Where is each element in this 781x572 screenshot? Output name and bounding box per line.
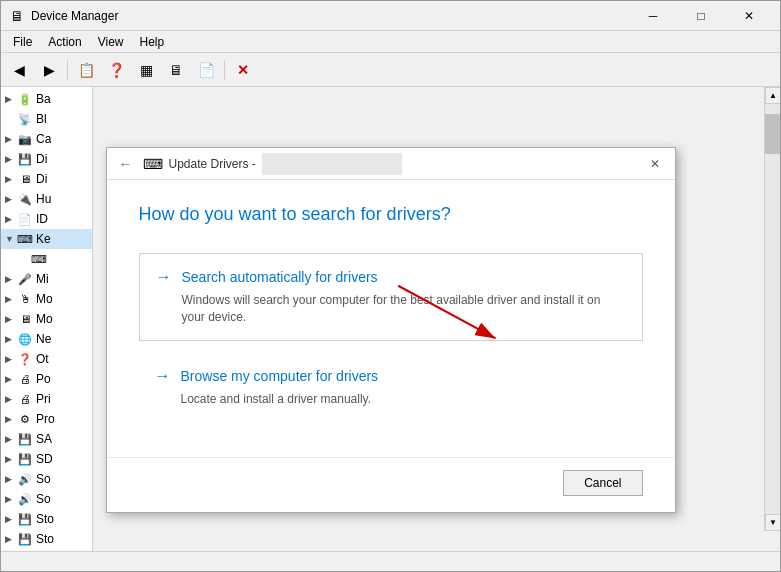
menu-bar: File Action View Help <box>1 31 780 53</box>
toolbar: ◀ ▶ 📋 ❓ ▦ 🖥 📄 ✕ <box>1 53 780 87</box>
option-title-row: → Search automatically for drivers <box>156 268 626 286</box>
menu-file[interactable]: File <box>5 33 40 51</box>
dialog-back-button[interactable]: ← <box>115 153 137 175</box>
dialog-title-bar: ← ⌨ Update Drivers - ✕ <box>107 148 675 180</box>
minimize-button[interactable]: ─ <box>630 1 676 31</box>
menu-action[interactable]: Action <box>40 33 89 51</box>
update-drivers-dialog: ← ⌨ Update Drivers - ✕ How do you want t… <box>106 147 676 513</box>
dialog-title-content: ← ⌨ Update Drivers - <box>115 153 402 175</box>
app-icon: 🖥 <box>9 8 25 24</box>
toolbar-properties[interactable]: 📋 <box>72 56 100 84</box>
dialog-title-icon: ⌨ <box>143 156 163 172</box>
option1-arrow: → <box>156 268 172 286</box>
title-bar: 🖥 Device Manager ─ □ ✕ <box>1 1 780 31</box>
toolbar-sep1 <box>67 60 68 80</box>
option2-desc: Locate and install a driver manually. <box>181 391 627 408</box>
search-automatically-option[interactable]: → Search automatically for drivers Windo… <box>139 253 643 341</box>
dialog-body: How do you want to search for drivers? →… <box>107 180 675 449</box>
dialog-footer: Cancel <box>107 457 675 512</box>
cancel-button[interactable]: Cancel <box>563 470 642 496</box>
content-area: ▶ 🔋 Ba 📡 Bl ▶ 📷 Ca ▶ 💾 Di ▶ 🖥 <box>1 87 780 551</box>
dialog-title-input[interactable] <box>262 153 402 175</box>
app-title: Device Manager <box>31 9 630 23</box>
status-bar <box>1 551 780 571</box>
option2-arrow: → <box>155 367 171 385</box>
browse-computer-option[interactable]: → Browse my computer for drivers Locate … <box>139 353 643 422</box>
option2-title: Browse my computer for drivers <box>181 368 379 384</box>
toolbar-help[interactable]: ❓ <box>102 56 130 84</box>
dialog-title-text: Update Drivers - <box>169 157 256 171</box>
close-button[interactable]: ✕ <box>726 1 772 31</box>
toolbar-forward[interactable]: ▶ <box>35 56 63 84</box>
main-window: 🖥 Device Manager ─ □ ✕ File Action View … <box>0 0 781 572</box>
window-controls: ─ □ ✕ <box>630 1 772 31</box>
option1-desc: Windows will search your computer for th… <box>182 292 626 326</box>
dialog-close-button[interactable]: ✕ <box>643 152 667 176</box>
menu-view[interactable]: View <box>90 33 132 51</box>
toolbar-sep2 <box>224 60 225 80</box>
maximize-button[interactable]: □ <box>678 1 724 31</box>
toolbar-devices[interactable]: ▦ <box>132 56 160 84</box>
option1-title: Search automatically for drivers <box>182 269 378 285</box>
toolbar-computer[interactable]: 🖥 <box>162 56 190 84</box>
toolbar-uninstall[interactable]: ✕ <box>229 56 257 84</box>
toolbar-back[interactable]: ◀ <box>5 56 33 84</box>
menu-help[interactable]: Help <box>132 33 173 51</box>
option-title-row: → Browse my computer for drivers <box>155 367 627 385</box>
toolbar-resources[interactable]: 📄 <box>192 56 220 84</box>
dialog-heading: How do you want to search for drivers? <box>139 204 643 225</box>
dialog-overlay: ← ⌨ Update Drivers - ✕ How do you want t… <box>1 87 780 551</box>
